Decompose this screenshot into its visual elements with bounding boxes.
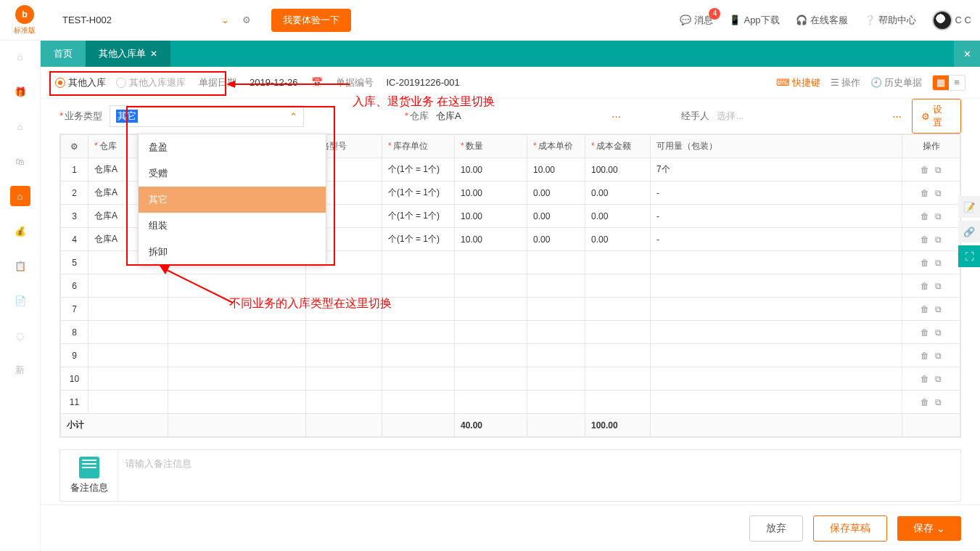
gear-icon[interactable]: ⚙ [242, 15, 251, 25]
help-icon: ❔ [864, 15, 876, 25]
org-selector[interactable]: TEST-H002 ⌄ [55, 9, 236, 32]
cs-label: 在线客服 [810, 14, 848, 27]
help-button[interactable]: ❔ 帮助中心 [864, 14, 916, 27]
messages-badge: 4 [709, 8, 720, 20]
user-name: C C [955, 15, 971, 25]
header-right: 💬 消息 4 📱 App下载 🎧 在线客服 ❔ 帮助中心 C C [680, 10, 971, 30]
chevron-down-icon: ⌄ [221, 15, 229, 25]
avatar [932, 10, 952, 30]
org-name: TEST-H002 [62, 15, 112, 25]
customer-service-button[interactable]: 🎧 在线客服 [796, 14, 848, 27]
app-label: App下载 [744, 14, 779, 27]
trial-button[interactable]: 我要体验一下 [271, 9, 351, 32]
app-download-button[interactable]: 📱 App下载 [729, 14, 779, 27]
user-menu[interactable]: C C [932, 10, 971, 30]
logo: b 标准版 [9, 5, 41, 36]
messages-button[interactable]: 💬 消息 4 [680, 14, 713, 27]
logo-sub: 标准版 [14, 25, 36, 36]
logo-icon: b [15, 5, 34, 24]
top-header: b 标准版 TEST-H002 ⌄ ⚙ 我要体验一下 💬 消息 4 📱 App下… [0, 0, 980, 41]
message-icon: 💬 [680, 15, 691, 25]
phone-icon: 📱 [729, 15, 741, 25]
help-label: 帮助中心 [878, 14, 916, 27]
headset-icon: 🎧 [796, 15, 807, 25]
